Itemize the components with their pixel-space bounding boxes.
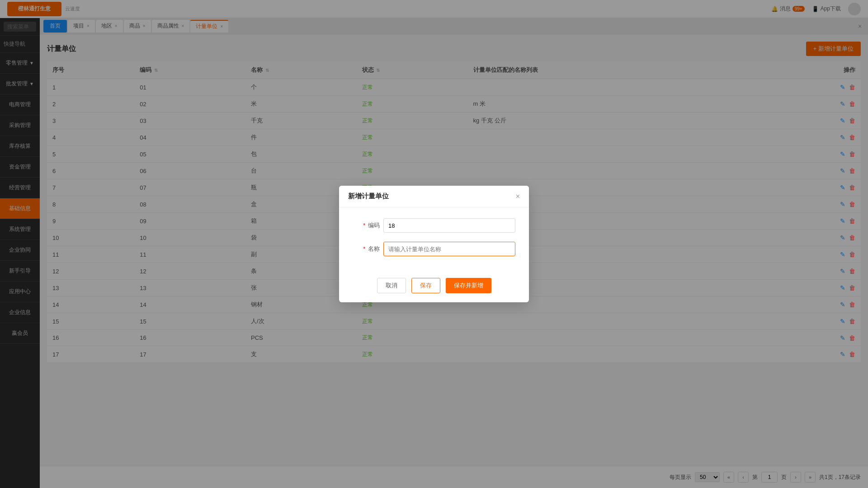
- required-mark: *: [363, 245, 365, 252]
- cancel-button[interactable]: 取消: [377, 278, 406, 293]
- form-row-code: * 编码: [353, 218, 515, 233]
- save-button[interactable]: 保存: [411, 278, 440, 293]
- save-and-new-button[interactable]: 保存并新增: [446, 278, 491, 293]
- dialog-body: * 编码 * 名称: [339, 207, 529, 272]
- required-mark: *: [363, 222, 365, 229]
- dialog-title: 新增计量单位: [348, 192, 389, 201]
- dialog-header: 新增计量单位 ×: [339, 186, 529, 207]
- code-label: * 编码: [353, 221, 380, 230]
- dialog-close-button[interactable]: ×: [516, 193, 520, 200]
- name-label: * 名称: [353, 245, 380, 253]
- name-input[interactable]: [383, 242, 515, 256]
- code-input[interactable]: [383, 218, 515, 233]
- form-row-name: * 名称: [353, 242, 515, 256]
- dialog-footer: 取消 保存 保存并新增: [339, 272, 529, 302]
- add-unit-dialog: 新增计量单位 × * 编码 * 名称 取消 保存 保存并新增: [339, 186, 529, 302]
- dialog-overlay: 新增计量单位 × * 编码 * 名称 取消 保存 保存并新增: [0, 0, 868, 488]
